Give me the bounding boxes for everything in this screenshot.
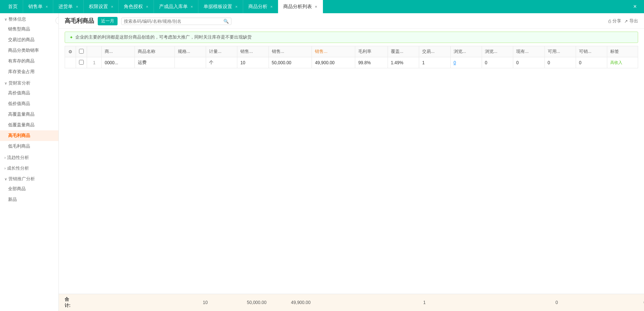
col-sale-qty[interactable]: 销售... [237,46,269,57]
col-checkbox[interactable] [76,46,87,57]
nav-tab-analysis[interactable]: 商品分析 × [243,0,278,13]
sidebar-item-low-value[interactable]: 低价值商品 [0,98,58,109]
col-unit[interactable]: 计量... [206,46,237,57]
cell-checkbox[interactable] [76,57,87,68]
top-navigation: 首页 销售单 × 进货单 × 权限设置 × 角色授权 × 产成品入库单 × 单据… [0,0,644,13]
cell-index: 1 [87,57,102,68]
col-cover-rate[interactable]: 覆盖... [388,46,419,57]
cell-settings [65,57,76,68]
content-area: 高毛利商品 近一月 🔍 ⎙ 分享 ↗ 导出 ✦ 企业的主要的利润都是这部分商品创… [59,13,644,311]
chevron-right-icon: › [4,156,6,160]
chevron-down-icon: ∨ [4,17,7,21]
row-checkbox[interactable] [79,60,84,65]
sidebar-item-low-coverage[interactable]: 低覆盖量商品 [0,120,58,130]
sidebar-item-new-goods[interactable]: 新品 [0,194,58,205]
sidebar-item-stock-goods[interactable]: 有库存的商品 [0,56,58,66]
table-footer: 合计: 10 50,000.00 49,900.00 1 0 0 [59,294,644,311]
col-saleable-stock[interactable]: 可销... [576,46,607,57]
cell-browse1[interactable]: 0 [450,57,482,68]
col-sale-amt2[interactable]: 销售... [312,46,355,57]
main-layout: 《 ∨ 整体信息 销售型商品 交易过的商品 商品分类助销率 有库存的商品 库存资… [0,13,644,311]
cell-sale-qty: 10 [237,57,269,68]
nav-tab-permission[interactable]: 权限设置 × [84,0,119,13]
nav-tab-sales[interactable]: 销售单 × [23,0,53,13]
sidebar-item-high-value[interactable]: 高价值商品 [0,88,58,98]
col-available-stock[interactable]: 可用... [544,46,576,57]
close-icon[interactable]: × [46,4,48,9]
close-icon[interactable]: × [111,4,113,9]
sidebar-group-wealth[interactable]: ∨ 货财富分析 [0,77,58,88]
nav-tab-purchase[interactable]: 进货单 × [53,0,83,13]
footer-sale-amt1: 50,000.00 [247,300,276,305]
col-current-stock[interactable]: 现有... [513,46,544,57]
search-input[interactable] [124,19,222,24]
cell-available-stock: 0 [544,57,576,68]
close-icon[interactable]: × [270,4,273,9]
export-button[interactable]: ↗ 导出 [624,18,638,24]
search-box: 🔍 [121,18,231,25]
close-all-tabs-button[interactable]: × [629,3,641,10]
share-icon: ⎙ [608,19,611,24]
col-settings[interactable]: ⚙ [65,46,76,57]
col-browse2[interactable]: 浏览... [482,46,513,57]
close-icon[interactable]: × [191,4,193,9]
close-icon[interactable]: × [235,4,237,9]
col-browse1[interactable]: 浏览... [450,46,482,57]
cell-sale-amt2: 49,900.00 [312,57,355,68]
footer-trade-count: 1 [423,300,453,305]
browse-link[interactable]: 0 [454,60,456,65]
header-actions: ⎙ 分享 ↗ 导出 [608,18,638,24]
page-title: 高毛利商品 [65,17,94,25]
sidebar-item-traded-goods[interactable]: 交易过的商品 [0,35,58,45]
info-icon: ✦ [69,35,73,40]
sidebar-item-stock-fund[interactable]: 库存资金占用 [0,66,58,77]
sidebar-group-marketing[interactable]: ∨ 营销推广分析 [0,173,58,184]
cell-saleable-stock: 0 [576,57,607,68]
info-banner: ✦ 企业的主要的利润都是这部分商品创造的，可考虑加大推广，同时关注库存是不要出现… [65,32,638,43]
sidebar-item-category-rate[interactable]: 商品分类助销率 [0,45,58,56]
close-icon[interactable]: × [146,4,148,9]
select-all-checkbox[interactable] [79,49,84,54]
close-icon[interactable]: × [315,4,317,9]
cell-trade-count: 1 [419,57,450,68]
sidebar-item-high-coverage[interactable]: 高覆盖量商品 [0,109,58,120]
sidebar-group-overall[interactable]: ∨ 整体信息 [0,13,58,24]
cell-name: 运费 [134,57,175,68]
sidebar-group-flow[interactable]: › 流趋性分析 [0,152,58,162]
content-header: 高毛利商品 近一月 🔍 ⎙ 分享 ↗ 导出 [59,13,644,29]
col-sale-amt1[interactable]: 销售... [269,46,312,57]
filter-recent-month-button[interactable]: 近一月 [98,17,118,25]
close-icon[interactable]: × [76,4,78,9]
search-icon[interactable]: 🔍 [223,19,229,24]
col-index [87,46,102,57]
chevron-down-icon: ∨ [4,177,7,181]
col-tag[interactable]: 标签 [607,46,638,57]
cell-gross-rate: 99.8% [355,57,388,68]
nav-tab-role[interactable]: 角色授权 × [119,0,154,13]
chevron-right-icon: › [4,166,6,170]
footer-sale-qty: 10 [203,300,232,305]
nav-tab-template[interactable]: 单据模板设置 × [198,0,243,13]
tag-label: 高收入 [610,60,622,65]
nav-tab-analysis-list[interactable]: 商品分析列表 × [278,0,323,13]
cell-browse2: 0 [482,57,513,68]
cell-tag: 高收入 [607,57,638,68]
sidebar-item-low-margin[interactable]: 低毛利商品 [0,141,58,152]
nav-tab-product-stock[interactable]: 产成品入库单 × [154,0,198,13]
col-spec[interactable]: 规格... [175,46,206,57]
sidebar-group-growth[interactable]: › 成长性分析 [0,162,58,173]
col-gross-rate[interactable]: 毛利率 [355,46,388,57]
sidebar-item-all-goods[interactable]: 全部商品 [0,184,58,194]
share-button[interactable]: ⎙ 分享 [608,18,621,24]
table-row: 1 0000... 运费 个 10 50,000.00 49,900.00 99… [65,57,638,68]
col-code[interactable]: 商... [102,46,135,57]
sidebar-item-high-margin[interactable]: 高毛利商品 [0,130,58,141]
cell-spec [175,57,206,68]
col-trade-count[interactable]: 交易... [419,46,450,57]
sidebar-item-sales-goods[interactable]: 销售型商品 [0,24,58,35]
export-icon: ↗ [624,19,628,24]
nav-tab-home[interactable]: 首页 [3,0,23,13]
sidebar: 《 ∨ 整体信息 销售型商品 交易过的商品 商品分类助销率 有库存的商品 库存资… [0,13,59,311]
col-name[interactable]: 商品名称 [134,46,175,57]
footer-sale-amt2: 49,900.00 [291,300,320,305]
